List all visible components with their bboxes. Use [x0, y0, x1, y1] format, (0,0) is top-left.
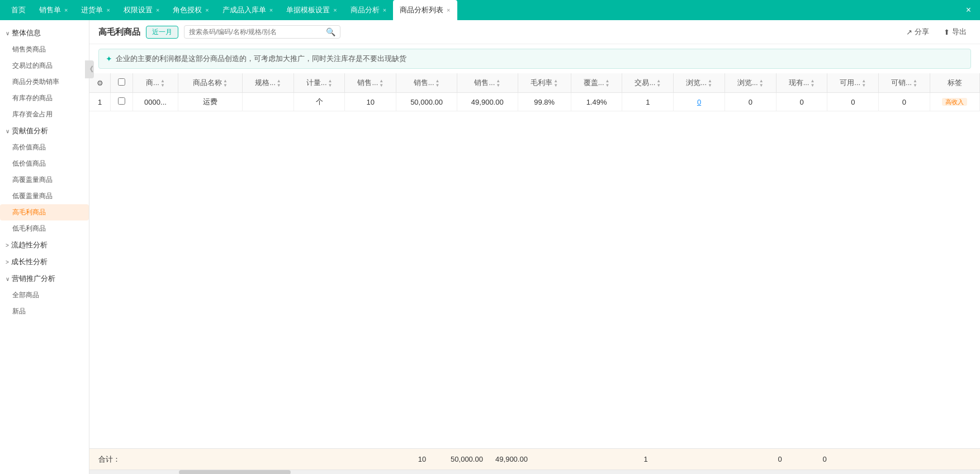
sidebar-item-销售类商品[interactable]: 销售类商品 — [0, 41, 89, 58]
footer-cell-11: 1 — [623, 455, 668, 463]
sort-icon[interactable]: ▲▼ — [160, 79, 165, 88]
col-header-11[interactable]: 交易...▲▼ — [622, 73, 674, 93]
sort-icon[interactable]: ▲▼ — [861, 79, 866, 88]
export-button[interactable]: ⬆ 导出 — [939, 25, 971, 39]
table-wrapper: ⚙商...▲▼商品名称▲▼规格...▲▼计量...▲▼销售...▲▼销售...▲… — [89, 73, 980, 448]
nav-item-首页[interactable]: 首页 — [4, 0, 32, 20]
share-button[interactable]: ↗ 分享 — [902, 25, 934, 39]
search-input[interactable] — [189, 28, 324, 36]
col-header-13[interactable]: 浏览...▲▼ — [725, 73, 776, 93]
close-all-button[interactable]: × — [962, 5, 976, 15]
info-icon: ✦ — [106, 54, 112, 63]
sidebar-item-全部商品[interactable]: 全部商品 — [0, 287, 89, 303]
sort-icon[interactable]: ▲▼ — [810, 79, 815, 88]
sidebar-item-低毛利商品[interactable]: 低毛利商品 — [0, 220, 89, 237]
chevron-icon: > — [6, 259, 9, 265]
sidebar-item-交易过的商品[interactable]: 交易过的商品 — [0, 58, 89, 74]
sidebar-item-低覆盖量商品[interactable]: 低覆盖量商品 — [0, 188, 89, 204]
sidebar-group-贡献值分析[interactable]: ∨贡献值分析 — [0, 123, 89, 139]
row-tag[interactable]: 高收入 — [930, 93, 979, 111]
nav-item-商品分析列表[interactable]: 商品分析列表× — [393, 0, 457, 20]
sidebar-item-有库存的商品[interactable]: 有库存的商品 — [0, 90, 89, 106]
col-header-7[interactable]: 销售...▲▼ — [396, 73, 457, 93]
footer-cell-7: 50,000.00 — [444, 455, 489, 463]
nav-item-销售单[interactable]: 销售单× — [32, 0, 74, 20]
scrollbar-thumb[interactable] — [179, 470, 291, 474]
filter-month-button[interactable]: 近一月 — [146, 26, 178, 39]
sort-icon[interactable]: ▲▼ — [328, 79, 333, 88]
nav-item-产成品入库单[interactable]: 产成品入库单× — [216, 0, 280, 20]
sort-icon[interactable]: ▲▼ — [277, 79, 281, 88]
sidebar-group-成长性分析[interactable]: >成长性分析 — [0, 254, 89, 270]
info-banner: ✦ 企业的主要的利润都是这部分商品创造的，可考虑加大推广，同时关注库存是不要出现… — [98, 49, 971, 69]
sidebar-group-流趋性分析[interactable]: >流趋性分析 — [0, 237, 89, 254]
col-header-14[interactable]: 现有...▲▼ — [776, 73, 827, 93]
sort-icon[interactable]: ▲▼ — [379, 79, 384, 88]
nav-close-icon[interactable]: × — [383, 7, 386, 13]
row-spec — [242, 93, 293, 111]
sort-icon[interactable]: ▲▼ — [435, 79, 440, 88]
sidebar-item-库存资金占用[interactable]: 库存资金占用 — [0, 106, 89, 123]
nav-item-单据模板设置[interactable]: 单据模板设置× — [280, 0, 343, 20]
horizontal-scrollbar[interactable] — [89, 470, 980, 474]
nav-close-icon[interactable]: × — [447, 7, 450, 13]
sort-icon[interactable]: ▲▼ — [913, 79, 917, 88]
col-header-9[interactable]: 毛利率▲▼ — [518, 73, 571, 93]
nav-close-icon[interactable]: × — [106, 7, 110, 13]
footer-total: 合计： 1050,000.0049,900.00100 — [89, 448, 980, 470]
footer-cell-6: 10 — [400, 455, 444, 463]
row-select-checkbox[interactable] — [118, 97, 125, 105]
nav-item-进货单[interactable]: 进货单× — [74, 0, 116, 20]
nav-close-icon[interactable]: × — [333, 7, 337, 13]
col-header-12[interactable]: 浏览...▲▼ — [674, 73, 725, 93]
sidebar-item-商品分类助销率[interactable]: 商品分类助销率 — [0, 74, 89, 90]
sidebar-item-低价值商品[interactable]: 低价值商品 — [0, 156, 89, 172]
share-icon: ↗ — [906, 28, 912, 36]
nav-item-权限设置[interactable]: 权限设置× — [117, 0, 166, 20]
sidebar-item-高价值商品[interactable]: 高价值商品 — [0, 139, 89, 156]
sort-icon[interactable]: ▲▼ — [496, 79, 500, 88]
row-browse1[interactable]: 0 — [674, 93, 725, 111]
sort-icon[interactable]: ▲▼ — [656, 79, 661, 88]
sidebar-group-营销推广分析[interactable]: ∨营销推广分析 — [0, 270, 89, 287]
sidebar-item-高覆盖量商品[interactable]: 高覆盖量商品 — [0, 172, 89, 188]
sidebar-item-新品[interactable]: 新品 — [0, 303, 89, 320]
row-checkbox — [111, 93, 133, 111]
select-all-checkbox[interactable] — [118, 78, 125, 86]
row-sales2: 50,000.00 — [396, 93, 457, 111]
page-title: 高毛利商品 — [98, 27, 140, 37]
chevron-icon: ∨ — [6, 276, 10, 282]
col-header-10[interactable]: 覆盖...▲▼ — [571, 73, 622, 93]
nav-close-icon[interactable]: × — [269, 7, 273, 13]
sort-icon[interactable]: ▲▼ — [759, 79, 764, 88]
sort-icon[interactable]: ▲▼ — [553, 79, 558, 88]
col-header-4[interactable]: 规格...▲▼ — [242, 73, 293, 93]
col-header-2[interactable]: 商...▲▼ — [133, 73, 178, 93]
col-header-6[interactable]: 销售...▲▼ — [345, 73, 396, 93]
nav-close-icon[interactable]: × — [64, 7, 68, 13]
table-row: 10000...运费个1050,000.0049,900.0099.8%1.49… — [89, 93, 980, 111]
sidebar: ∨整体信息销售类商品交易过的商品商品分类助销率有库存的商品库存资金占用∨贡献值分… — [0, 20, 89, 474]
sidebar-item-高毛利商品[interactable]: 高毛利商品 — [0, 204, 89, 220]
row-current: 0 — [776, 93, 827, 111]
nav-item-角色授权[interactable]: 角色授权× — [166, 0, 215, 20]
col-header-5[interactable]: 计量...▲▼ — [293, 73, 345, 93]
col-header-16[interactable]: 可销...▲▼ — [879, 73, 930, 93]
row-sales3: 49,900.00 — [457, 93, 518, 111]
nav-close-icon[interactable]: × — [205, 7, 209, 13]
search-box-wrapper: 🔍 — [184, 25, 340, 39]
row-transaction: 1 — [622, 93, 674, 111]
sidebar-collapse-button[interactable]: 《 — [85, 60, 94, 78]
col-header-3[interactable]: 商品名称▲▼ — [178, 73, 242, 93]
col-header-8[interactable]: 销售...▲▼ — [457, 73, 518, 93]
sidebar-group-整体信息[interactable]: ∨整体信息 — [0, 25, 89, 41]
info-text: 企业的主要的利润都是这部分商品创造的，可考虑加大推广，同时关注库存是不要出现缺货 — [116, 54, 406, 64]
sort-icon[interactable]: ▲▼ — [223, 79, 228, 88]
row-code: 0000... — [133, 93, 178, 111]
col-header-15[interactable]: 可用...▲▼ — [827, 73, 879, 93]
row-saleable: 0 — [879, 93, 930, 111]
sort-icon[interactable]: ▲▼ — [708, 79, 712, 88]
nav-item-商品分析[interactable]: 商品分析× — [344, 0, 393, 20]
nav-close-icon[interactable]: × — [156, 7, 159, 13]
sort-icon[interactable]: ▲▼ — [605, 79, 610, 88]
